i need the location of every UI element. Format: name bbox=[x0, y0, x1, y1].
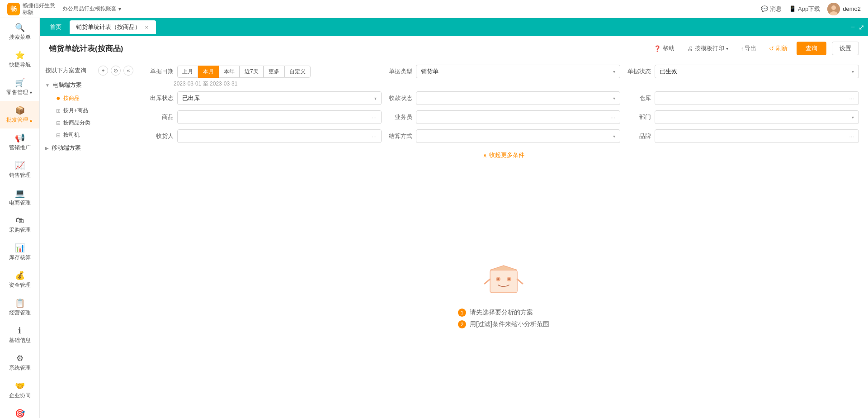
sidebar-item-basic-info[interactable]: ℹ 基础信息 bbox=[0, 321, 39, 349]
tree-item-by-driver[interactable]: ⊟ 按司机 bbox=[40, 129, 139, 141]
consignee-input[interactable]: ··· bbox=[177, 129, 382, 143]
collapse-button[interactable]: ∧ 收起更多条件 bbox=[483, 151, 524, 159]
sidebar-item-sales[interactable]: 📈 销售管理 bbox=[0, 156, 39, 184]
dept-select[interactable]: ▾ bbox=[655, 110, 859, 124]
consignee-dots-icon[interactable]: ··· bbox=[372, 133, 377, 140]
sidebar-item-nav[interactable]: ⭐ 快捷导航 bbox=[0, 46, 39, 73]
tree-mobile-label: 移动端方案 bbox=[52, 144, 81, 152]
sidebar-item-wholesale[interactable]: 📦 批发管理 ▲ bbox=[0, 101, 39, 128]
current-tab-label: 销货单统计表（按商品） bbox=[76, 23, 141, 31]
tree-by-category-label: 按商品分类 bbox=[63, 119, 90, 127]
app-download-button[interactable]: 📱 App下载 bbox=[789, 5, 820, 13]
tab-current[interactable]: 销货单统计表（按商品） ✕ bbox=[70, 20, 156, 34]
sidebar-item-guide[interactable]: 🎯 新手引导 bbox=[0, 404, 39, 418]
system-icon: ⚙ bbox=[2, 353, 38, 363]
right-content: 单据日期 上月 本月 本年 近7天 更多 自定义 bbox=[139, 59, 868, 418]
sidebar-item-marketing[interactable]: 📢 营销推广 bbox=[0, 128, 39, 156]
help-icon: ❓ bbox=[654, 45, 661, 52]
sidebar-item-system[interactable]: ⚙ 系统管理 bbox=[0, 349, 39, 376]
print-template-button[interactable]: 🖨 按模板打印 ▾ bbox=[684, 43, 732, 54]
doc-status-control: 已生效 ▾ bbox=[655, 65, 859, 78]
refresh-button[interactable]: ↺ 刷新 bbox=[765, 43, 791, 54]
edit-scheme-button[interactable]: ⊙ bbox=[111, 66, 121, 76]
date-btn-more[interactable]: 更多 bbox=[264, 66, 284, 78]
doc-status-select[interactable]: 已生效 ▾ bbox=[655, 65, 859, 78]
retail-icon: 🛒 bbox=[2, 78, 38, 88]
top-bar-left: 畅 畅捷信好生意 标版 办公用品行业模拟账套 ▾ bbox=[7, 2, 125, 15]
tree-item-by-category[interactable]: ⊟ 按商品分类 bbox=[40, 117, 139, 129]
sales-icon: 📈 bbox=[2, 161, 38, 171]
filter-date: 单据日期 上月 本月 本年 近7天 更多 自定义 bbox=[148, 66, 382, 78]
tree-group-mobile[interactable]: ▶ 移动端方案 bbox=[40, 141, 139, 155]
svg-point-7 bbox=[508, 278, 510, 280]
tree-item-by-month-goods[interactable]: ⊞ 按月+商品 bbox=[40, 104, 139, 117]
sidebar-item-finance[interactable]: 💰 资金管理 bbox=[0, 266, 39, 294]
warehouse-dots-icon[interactable]: ··· bbox=[849, 95, 854, 102]
add-scheme-button[interactable]: + bbox=[98, 66, 108, 76]
sidebar-item-ecommerce[interactable]: 💻 电商管理 bbox=[0, 184, 39, 211]
salesman-label: 业务员 bbox=[387, 113, 412, 121]
filter-grid: 单据日期 上月 本月 本年 近7天 更多 自定义 bbox=[139, 59, 868, 164]
settlement-select[interactable]: ▾ bbox=[416, 129, 620, 143]
goods-input[interactable]: ··· bbox=[177, 110, 382, 124]
sidebar-item-purchase[interactable]: 🛍 采购管理 bbox=[0, 211, 39, 238]
export-button[interactable]: ↑ 导出 bbox=[737, 43, 760, 54]
tab-home[interactable]: 首页 bbox=[43, 20, 68, 34]
salesman-input[interactable]: ··· bbox=[416, 110, 620, 124]
print-icon: 🖨 bbox=[687, 45, 693, 52]
help-button[interactable]: ❓ 帮助 bbox=[650, 43, 678, 54]
export-icon: ↑ bbox=[741, 45, 744, 52]
date-btn-custom[interactable]: 自定义 bbox=[284, 66, 311, 78]
goods-label: 商品 bbox=[148, 113, 174, 121]
category-icon: ⊟ bbox=[56, 120, 61, 126]
tab-close-button[interactable]: ✕ bbox=[143, 24, 150, 30]
receipt-status-chevron-icon: ▾ bbox=[613, 96, 615, 101]
sidebar-item-search[interactable]: 🔍 搜索菜单 bbox=[0, 18, 39, 46]
tip-num-1: 1 bbox=[458, 309, 466, 317]
brand-input[interactable]: ··· bbox=[655, 129, 859, 143]
doc-status-label: 单据状态 bbox=[626, 67, 651, 76]
date-btn-last-month[interactable]: 上月 bbox=[177, 66, 198, 78]
minimize-button[interactable]: − bbox=[851, 23, 855, 31]
out-status-select[interactable]: 已出库 ▾ bbox=[177, 91, 382, 105]
workspace-selector[interactable]: 办公用品行业模拟账套 ▾ bbox=[59, 3, 125, 14]
empty-state: 1 请先选择要分析的方案 2 用[过滤]条件来缩小分析范围 bbox=[139, 164, 868, 418]
tab-bar: 首页 销货单统计表（按商品） ✕ − ⤢ bbox=[40, 18, 868, 36]
date-filter: 上月 本月 本年 近7天 更多 自定义 bbox=[177, 66, 382, 78]
receipt-status-select[interactable]: ▾ bbox=[416, 91, 620, 105]
salesman-dots-icon[interactable]: ··· bbox=[610, 114, 615, 121]
page-header-actions: ❓ 帮助 🖨 按模板打印 ▾ ↑ 导出 ↺ bbox=[650, 42, 859, 55]
left-panel: 按以下方案查询 + ⊙ « ▼ 电脑端方案 bbox=[40, 59, 139, 418]
goods-dots-icon[interactable]: ··· bbox=[372, 114, 377, 121]
doc-type-select[interactable]: 销货单 ▾ bbox=[416, 65, 620, 78]
collapse-panel-button[interactable]: « bbox=[123, 66, 133, 76]
message-button[interactable]: 💬 消息 bbox=[761, 5, 782, 13]
date-btn-this-month[interactable]: 本月 bbox=[198, 66, 219, 78]
tree-by-goods-label: 按商品 bbox=[63, 95, 80, 102]
doc-type-control: 销货单 ▾ bbox=[416, 65, 620, 78]
date-btn-this-year[interactable]: 本年 bbox=[219, 66, 240, 78]
sidebar-item-operations[interactable]: 📋 经营管理 bbox=[0, 294, 39, 321]
basic-info-icon: ℹ bbox=[2, 326, 38, 336]
main-layout: 🔍 搜索菜单 ⭐ 快捷导航 🛒 零售管理 ▼ 📦 批发管理 ▲ 📢 营销推广 bbox=[0, 18, 868, 418]
sidebar-item-retail[interactable]: 🛒 零售管理 ▼ bbox=[0, 73, 39, 101]
page-title: 销货单统计表(按商品) bbox=[49, 43, 123, 54]
sidebar-item-inventory[interactable]: 📊 库存核算 bbox=[0, 238, 39, 266]
user-area[interactable]: demo2 bbox=[827, 3, 861, 15]
query-button[interactable]: 查询 bbox=[797, 42, 826, 55]
warehouse-input[interactable]: ··· bbox=[655, 91, 859, 105]
maximize-button[interactable]: ⤢ bbox=[859, 23, 864, 32]
left-panel-actions: + ⊙ « bbox=[98, 66, 133, 76]
tree-group-desktop[interactable]: ▼ 电脑端方案 bbox=[40, 78, 139, 92]
chevron-down-icon: ▾ bbox=[118, 6, 121, 12]
date-btn-7days[interactable]: 近7天 bbox=[240, 66, 264, 78]
tree-item-by-goods[interactable]: ● 按商品 bbox=[40, 92, 139, 104]
filter-salesman: 业务员 ··· bbox=[387, 110, 620, 124]
out-status-control: 已出库 ▾ bbox=[177, 91, 382, 105]
filter-goods: 商品 ··· bbox=[148, 110, 382, 124]
sidebar-item-enterprise[interactable]: 🤝 企业协同 bbox=[0, 376, 39, 404]
doc-type-label: 单据类型 bbox=[387, 67, 412, 76]
page-content: 销货单统计表(按商品) ❓ 帮助 🖨 按模板打印 ▾ ↑ bbox=[40, 36, 868, 418]
settings-button[interactable]: 设置 bbox=[832, 42, 859, 55]
brand-dots-icon[interactable]: ··· bbox=[849, 133, 854, 140]
